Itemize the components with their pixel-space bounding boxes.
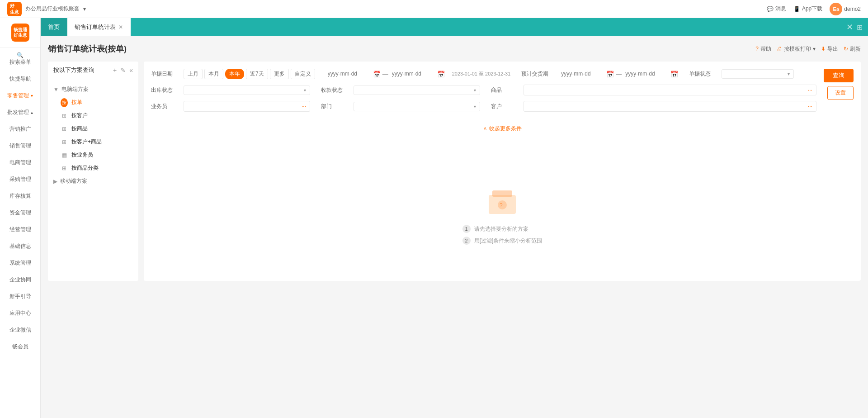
page-header: 销售订单统计表(按单) ? 帮助 🖨 按模板打印 ▾ [48, 43, 861, 54]
date-range-text: 2023-01-01 至 2023-12-31 [452, 71, 511, 77]
collapse-more-btn[interactable]: ∧ 收起更多条件 [151, 121, 854, 136]
salesperson-select[interactable]: ··· [184, 101, 310, 112]
filter-panel: 单据日期 上月 本月 本年 近7天 更多 自定义 [144, 62, 861, 143]
ship-status-select[interactable]: ▾ [184, 86, 310, 95]
sidebar-item-retail[interactable]: 零售管理 ▾ [0, 87, 40, 104]
forecast-start-input[interactable] [559, 70, 604, 78]
sidebar-item-finance[interactable]: 资金管理 [0, 204, 40, 221]
tab-expand-btn[interactable]: ⊞ [857, 23, 863, 32]
salesperson-more-btn[interactable]: ··· [302, 103, 306, 109]
sidebar-item-ecommerce[interactable]: 电商管理 [0, 154, 40, 171]
payment-status-select[interactable]: ▾ [354, 86, 480, 95]
filter-row-person: 业务员 ··· 部门 [151, 101, 816, 112]
logo-icon: 好生意 [7, 2, 22, 16]
plan-item-by-customer-product[interactable]: ⊞ 按客户+商品 [48, 135, 138, 148]
plan-item-by-customer[interactable]: ⊞ 按客户 [48, 109, 138, 122]
forecast-end-input[interactable] [623, 70, 669, 78]
salesperson-label: 业务员 [151, 103, 176, 110]
edit-plan-btn[interactable]: ✎ [120, 66, 126, 74]
plan-item-by-salesperson[interactable]: ▦ 按业务员 [48, 148, 138, 162]
sidebar-item-wholesale[interactable]: 批发管理 ▴ [0, 104, 40, 121]
export-btn[interactable]: ⬇ 导出 [821, 45, 838, 53]
plan-tree: ▼ 电脑端方案 按 按单 [48, 79, 138, 191]
page-title: 销售订单统计表(按单) [48, 43, 127, 54]
product-more-btn[interactable]: ··· [808, 87, 812, 93]
tab-sales-stats[interactable]: 销售订单统计表 ✕ [67, 18, 131, 36]
help-btn[interactable]: ? 帮助 [755, 45, 771, 53]
customer-label: 客户 [491, 103, 516, 110]
ship-status-chevron-icon: ▾ [304, 88, 306, 93]
forecast-calendar-end-icon[interactable]: 📅 [670, 71, 678, 78]
plan-bar-icon: ▦ [61, 152, 68, 159]
plan-item-by-product-category[interactable]: ⊞ 按商品分类 [48, 162, 138, 175]
customer-select[interactable]: ··· [524, 101, 816, 112]
empty-step-1: 1 请先选择要分析的方案 [462, 225, 542, 233]
sidebar-item-marketing[interactable]: 营销推广 [0, 121, 40, 138]
sidebar-item-sales[interactable]: 销售管理 [0, 138, 40, 154]
date-btn-last-month[interactable]: 上月 [184, 69, 203, 79]
sidebar-item-app-center[interactable]: 应用中心 [0, 305, 40, 322]
date-btn-7-days[interactable]: 近7天 [246, 69, 268, 79]
right-panel: 单据日期 上月 本月 本年 近7天 更多 自定义 [144, 62, 861, 281]
help-icon: ? [755, 46, 759, 52]
sidebar-logo-area: 畅捷通好生意 [0, 18, 40, 48]
date-end-input[interactable] [390, 70, 435, 78]
plan-grid-icon-3: ⊞ [61, 138, 68, 146]
sidebar-search[interactable]: 🔍 搜索菜单 [0, 48, 40, 71]
plan-group-desktop-header[interactable]: ▼ 电脑端方案 [48, 83, 138, 96]
query-btn[interactable]: 查询 [824, 69, 854, 82]
department-label: 部门 [321, 103, 346, 110]
date-btn-this-year[interactable]: 本年 [225, 69, 244, 79]
sidebar-item-system[interactable]: 系统管理 [0, 255, 40, 271]
department-select[interactable]: ▾ [354, 102, 480, 111]
step-2-num: 2 [462, 237, 471, 245]
forecast-calendar-start-icon[interactable]: 📅 [606, 71, 614, 78]
template-print-btn[interactable]: 🖨 按模板打印 ▾ [777, 45, 816, 53]
tab-close-btn[interactable]: ✕ [118, 24, 123, 30]
sidebar-item-basic[interactable]: 基础信息 [0, 238, 40, 255]
sidebar-item-inventory[interactable]: 库存核算 [0, 188, 40, 204]
plan-panel-header: 按以下方案查询 + ✎ « [48, 62, 138, 79]
app-download-btn[interactable]: 📱 App下载 [793, 5, 822, 13]
print-dropdown-icon: ▾ [813, 46, 816, 52]
sidebar-item-wechat[interactable]: 企业微信 [0, 322, 40, 338]
sidebar-quick-nav[interactable]: 快捷导航 [0, 71, 40, 87]
company-dropdown[interactable]: ▾ [83, 6, 86, 12]
sidebar-item-operation[interactable]: 经营管理 [0, 221, 40, 238]
svg-text:?: ? [500, 202, 503, 209]
plan-item-by-product[interactable]: ⊞ 按商品 [48, 122, 138, 135]
sidebar-item-enterprise[interactable]: 企业协同 [0, 271, 40, 288]
export-icon: ⬇ [821, 46, 826, 52]
bill-status-select[interactable]: ▾ [722, 69, 794, 79]
plan-grid-icon: ⊞ [61, 112, 68, 119]
plan-group-mobile-header[interactable]: ▶ 移动端方案 [48, 175, 138, 188]
date-label: 单据日期 [151, 70, 176, 78]
date-btn-more[interactable]: 更多 [270, 69, 289, 79]
user-profile-btn[interactable]: Ea demo2 [830, 3, 861, 15]
date-start-input[interactable] [326, 70, 371, 78]
date-btn-custom[interactable]: 自定义 [291, 69, 315, 79]
sidebar-item-member[interactable]: 畅会员 [0, 338, 40, 355]
calendar-start-icon[interactable]: 📅 [373, 71, 381, 78]
product-select[interactable]: ··· [524, 85, 816, 95]
plan-group-desktop: ▼ 电脑端方案 按 按单 [48, 83, 138, 175]
collapse-plan-btn[interactable]: « [129, 66, 133, 74]
logo: 好生意 [7, 2, 22, 16]
date-btn-this-month[interactable]: 本月 [204, 69, 223, 79]
sidebar-item-newbie[interactable]: 新手引导 [0, 288, 40, 305]
product-label: 商品 [491, 86, 516, 94]
filter-row-date: 单据日期 上月 本月 本年 近7天 更多 自定义 [151, 69, 816, 79]
tab-bar: 首页 销售订单统计表 ✕ ✕ ⊞ [41, 18, 868, 36]
refresh-btn[interactable]: ↻ 刷新 [844, 45, 861, 53]
calendar-end-icon[interactable]: 📅 [437, 71, 445, 78]
sidebar-item-purchase[interactable]: 采购管理 [0, 171, 40, 188]
tab-close-window-btn[interactable]: ✕ [846, 22, 853, 32]
plan-item-by-order[interactable]: 按 按单 [48, 96, 138, 109]
customer-more-btn[interactable]: ··· [808, 103, 812, 109]
add-plan-btn[interactable]: + [113, 66, 117, 74]
settings-btn[interactable]: 设置 [827, 86, 854, 100]
message-icon: 💬 [767, 6, 774, 12]
message-btn[interactable]: 💬 消息 [767, 5, 786, 13]
refresh-icon: ↻ [844, 46, 848, 52]
tab-home[interactable]: 首页 [41, 18, 67, 36]
